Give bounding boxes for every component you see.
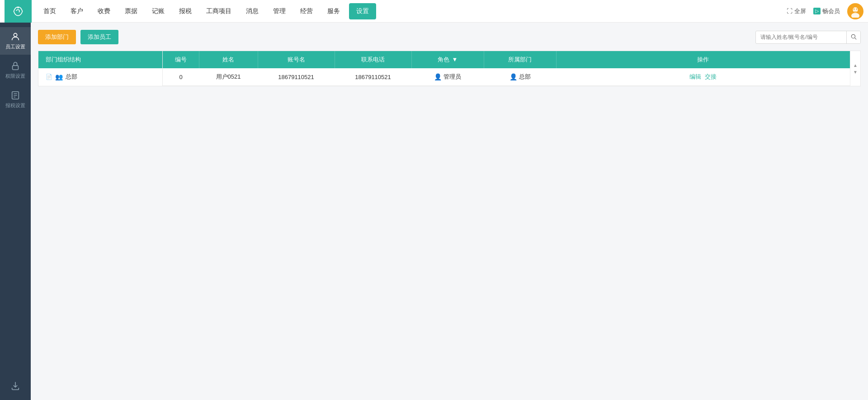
action-交接[interactable]: 交接 [705, 73, 717, 80]
member-icon: ▷ [813, 8, 821, 14]
fullscreen-icon: ⛶ [787, 8, 793, 14]
member-label: 畅会员 [822, 7, 840, 15]
tax-icon [10, 90, 20, 100]
dept-tree-header: 部门组织结构 [38, 51, 162, 68]
dept-tree: 部门组织结构 📄 👥 总部 [38, 51, 163, 86]
sidebar-item-download[interactable] [0, 376, 31, 395]
action-编辑[interactable]: 编辑 [689, 73, 701, 80]
table-area: 部门组织结构 📄 👥 总部 编号 姓名 账号名 联系电话 [38, 51, 861, 86]
add-emp-button[interactable]: 添加员工 [80, 30, 118, 44]
svg-point-0 [17, 7, 19, 8]
sidebar-label-permission: 权限设置 [5, 73, 25, 80]
svg-point-3 [854, 8, 855, 9]
col-id: 编号 [163, 51, 199, 68]
svg-rect-6 [13, 66, 19, 70]
download-icon [10, 381, 20, 391]
nav-item-首页[interactable]: 首页 [36, 0, 63, 23]
nav-item-消息[interactable]: 消息 [239, 0, 266, 23]
nav-item-设置[interactable]: 设置 [349, 3, 376, 19]
sidebar-label-employee: 员工设置 [5, 43, 25, 50]
user-group-icon: 👥 [55, 73, 63, 80]
scroll-up-arrow[interactable]: ▲ [852, 62, 859, 69]
nav-item-记账[interactable]: 记账 [145, 0, 172, 23]
add-dept-button[interactable]: 添加部门 [38, 30, 76, 44]
svg-point-4 [856, 8, 857, 9]
col-name: 姓名 [199, 51, 258, 68]
search-input[interactable] [756, 32, 846, 42]
svg-point-5 [14, 33, 17, 37]
search-box [755, 31, 861, 44]
nav-right-area: ⛶ 全屏 ▷ 畅会员 [787, 3, 863, 19]
sidebar: 员工设置 权限设置 报税设置 [0, 23, 31, 400]
emp-table: 编号 姓名 账号名 联系电话 角色 ▼ 所属部门 操作 [163, 51, 850, 86]
cell-account: 18679110521 [258, 68, 335, 86]
col-dept: 所属部门 [484, 51, 556, 68]
nav-item-票据[interactable]: 票据 [118, 0, 145, 23]
user-avatar[interactable] [847, 3, 863, 19]
filter-icon[interactable]: ▼ [452, 56, 458, 63]
cell-name: 用户0521 [199, 68, 258, 86]
fullscreen-button[interactable]: ⛶ 全屏 [787, 7, 806, 15]
fullscreen-label: 全屏 [794, 7, 806, 15]
top-navigation: 首页客户收费票据记账报税工商项目消息管理经营服务设置 ⛶ 全屏 ▷ 畅会员 [0, 0, 868, 23]
svg-point-2 [851, 13, 859, 18]
toolbar: 添加部门 添加员工 [38, 30, 861, 44]
table-row: 0 用户0521 18679110521 18679110521 👤 管理员 👤… [163, 68, 850, 86]
scroll-arrows: ▲ ▼ [850, 51, 860, 86]
svg-line-12 [855, 38, 856, 39]
dept-user-icon: 👤 [509, 73, 517, 80]
col-phone: 联系电话 [335, 51, 411, 68]
cell-actions: 编辑交接 [556, 68, 850, 86]
dept-tree-item[interactable]: 📄 👥 总部 [38, 68, 162, 85]
sidebar-bottom [0, 376, 31, 400]
search-button[interactable] [846, 31, 860, 43]
sidebar-label-tax: 报税设置 [5, 102, 25, 109]
main-content: 添加部门 添加员工 部门组织结构 📄 👥 总部 [31, 23, 868, 400]
dept-name: 总部 [66, 73, 77, 81]
nav-item-工商项目[interactable]: 工商项目 [199, 0, 239, 23]
main-layout: 员工设置 权限设置 报税设置 [0, 23, 868, 400]
nav-item-管理[interactable]: 管理 [266, 0, 293, 23]
search-icon [850, 33, 857, 40]
nav-item-服务[interactable]: 服务 [320, 0, 347, 23]
nav-menu: 首页客户收费票据记账报税工商项目消息管理经营服务设置 [36, 0, 378, 23]
cell-dept: 👤 总部 [484, 68, 556, 86]
scroll-down-arrow[interactable]: ▼ [852, 69, 859, 75]
sidebar-item-employee[interactable]: 员工设置 [0, 27, 31, 55]
nav-item-经营[interactable]: 经营 [293, 0, 320, 23]
col-account: 账号名 [258, 51, 335, 68]
logo [5, 0, 32, 23]
col-role-label: 角色 [438, 56, 449, 63]
employee-icon [10, 32, 20, 42]
nav-item-客户[interactable]: 客户 [63, 0, 90, 23]
sidebar-item-tax[interactable]: 报税设置 [0, 86, 31, 113]
cell-phone: 18679110521 [335, 68, 411, 86]
cell-role: 👤 管理员 [411, 68, 484, 86]
cell-id: 0 [163, 68, 199, 86]
col-action: 操作 [556, 51, 850, 68]
table-header-row: 编号 姓名 账号名 联系电话 角色 ▼ 所属部门 操作 [163, 51, 850, 68]
role-user-icon: 👤 [434, 73, 442, 80]
member-button[interactable]: ▷ 畅会员 [813, 7, 840, 15]
permission-icon [10, 61, 20, 71]
nav-item-收费[interactable]: 收费 [90, 0, 118, 23]
sidebar-item-permission[interactable]: 权限设置 [0, 56, 31, 84]
nav-item-报税[interactable]: 报税 [172, 0, 199, 23]
file-icon: 📄 [46, 74, 52, 80]
col-role: 角色 ▼ [411, 51, 484, 68]
